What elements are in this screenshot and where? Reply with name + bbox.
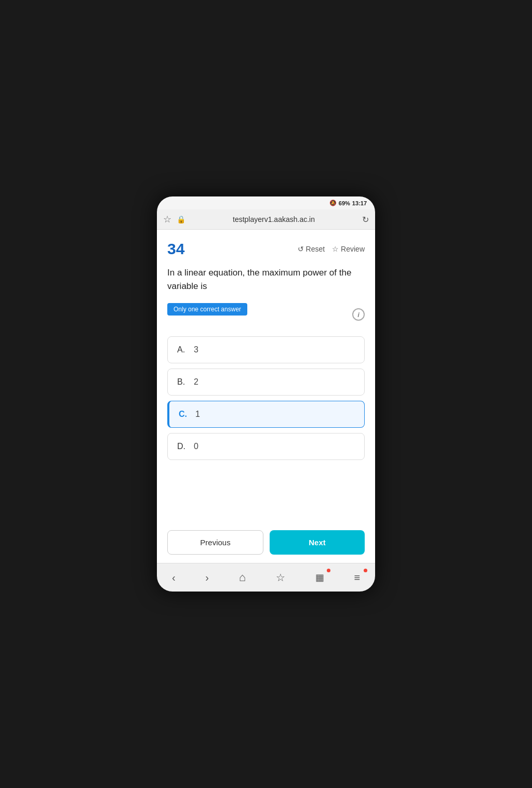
browser-bar: ☆ 🔒 testplayerv1.aakash.ac.in ↻	[157, 209, 375, 230]
favorite-icon[interactable]: ☆	[163, 214, 171, 225]
options-list: A. 3 B. 2 C. 1 D. 0	[167, 336, 365, 460]
option-c-value: 1	[195, 410, 200, 419]
signal-icon: 🔕	[329, 200, 337, 206]
status-icons: 🔕 69% 13:17	[329, 200, 367, 206]
option-a-label: A.	[177, 345, 188, 354]
phone-frame: 🔕 69% 13:17 ☆ 🔒 testplayerv1.aakash.ac.i…	[157, 196, 375, 592]
reset-label: Reset	[306, 245, 325, 253]
badge-row: Only one correct answer i	[167, 303, 365, 326]
option-c-label: C.	[179, 410, 189, 419]
previous-button[interactable]: Previous	[167, 530, 263, 555]
home-nav-button[interactable]: ⌂	[234, 569, 251, 586]
option-d-label: D.	[177, 442, 188, 451]
grid-nav-button[interactable]: ▦	[310, 570, 329, 585]
option-a[interactable]: A. 3	[167, 336, 365, 363]
question-header: 34 ↺ Reset ☆ Review	[167, 240, 365, 258]
nav-buttons: Previous Next	[167, 530, 365, 555]
time-display: 13:17	[352, 200, 367, 206]
reset-button[interactable]: ↺ Reset	[298, 245, 325, 253]
next-button[interactable]: Next	[270, 530, 365, 555]
header-actions: ↺ Reset ☆ Review	[298, 245, 365, 253]
menu-nav-button[interactable]: ≡	[349, 570, 365, 586]
option-c[interactable]: C. 1	[167, 401, 365, 428]
back-nav-button[interactable]: ‹	[167, 570, 181, 586]
review-star-icon: ☆	[332, 245, 339, 253]
question-text: In a linear equation, the maximum power …	[167, 266, 365, 293]
reset-icon: ↺	[298, 245, 304, 253]
url-display[interactable]: testplayerv1.aakash.ac.in	[191, 215, 357, 224]
lock-icon: 🔒	[177, 215, 185, 224]
option-b-value: 2	[194, 377, 198, 387]
option-b-label: B.	[177, 377, 188, 387]
answer-type-badge: Only one correct answer	[167, 303, 247, 316]
info-icon[interactable]: i	[352, 308, 365, 321]
option-a-value: 3	[194, 345, 198, 354]
status-bar: 🔕 69% 13:17	[157, 196, 375, 209]
option-d-value: 0	[194, 442, 198, 451]
review-label: Review	[341, 245, 365, 253]
review-button[interactable]: ☆ Review	[332, 245, 365, 253]
question-number: 34	[167, 240, 184, 258]
option-d[interactable]: D. 0	[167, 433, 365, 460]
battery-indicator: 69%	[339, 200, 350, 206]
main-content: 34 ↺ Reset ☆ Review In a linear equation…	[157, 230, 375, 563]
bookmark-nav-button[interactable]: ☆	[271, 569, 290, 586]
refresh-icon[interactable]: ↻	[362, 215, 369, 225]
bottom-nav: ‹ › ⌂ ☆ ▦ ≡	[157, 563, 375, 592]
forward-nav-button[interactable]: ›	[200, 570, 214, 586]
option-b[interactable]: B. 2	[167, 369, 365, 396]
